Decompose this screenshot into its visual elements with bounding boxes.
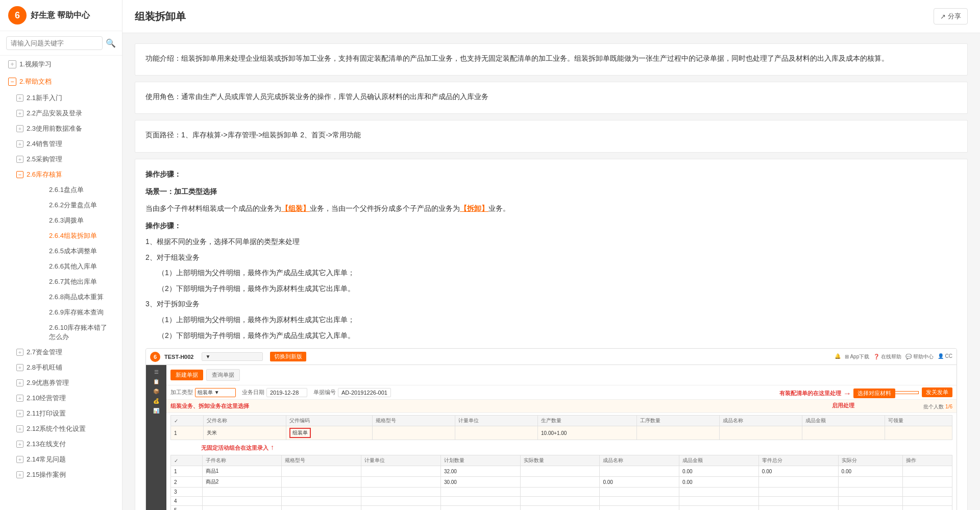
cell-aparts: 0.00 bbox=[838, 466, 902, 477]
expand-icon: + bbox=[16, 410, 23, 417]
sidebar-item-data-prep[interactable]: + 2.3使用前数据准备 bbox=[8, 121, 122, 136]
sidebar-item-transfer[interactable]: 2.6.3调拨单 bbox=[24, 213, 122, 228]
sidebar-item-operations[interactable]: + 2.10经营管理 bbox=[8, 391, 122, 406]
sidebar-item-sales[interactable]: + 2.4销售管理 bbox=[8, 136, 122, 152]
col-ops: 操作 bbox=[902, 455, 952, 466]
share-icon: ↗ bbox=[940, 13, 946, 20]
cell-proc-qty bbox=[636, 426, 719, 440]
screenshot-container: 6 TEST-H002 ▼ 切换到新版 🔔 ⊞ App下载 ❓ 在线帮助 💬 帮… bbox=[145, 348, 957, 510]
col-plan-qty: 计划数量 bbox=[440, 455, 520, 466]
sidebar-item-label: 2.14常见问题 bbox=[27, 455, 66, 464]
bom-btn[interactable]: 选择对应材料 bbox=[853, 388, 895, 398]
search-button[interactable]: 🔍 bbox=[106, 38, 116, 48]
cell-prod-qty: 10.00+1.00 bbox=[538, 426, 637, 440]
cell-spec bbox=[282, 466, 361, 477]
sidebar-item-partial-stocktake[interactable]: 2.6.2分量盘点单 bbox=[24, 198, 122, 213]
sidebar-item-label: 2.5采购管理 bbox=[27, 155, 62, 164]
sidebar-item-finance[interactable]: + 2.7资金管理 bbox=[8, 345, 122, 360]
sidebar-item-label: 2.8手机旺铺 bbox=[27, 363, 62, 372]
table-row: 1 商品1 32.00 0.00 0.0 bbox=[171, 466, 952, 477]
annotation-bom: 有装配清单的在这里处理 → 选择对应材料 bbox=[779, 388, 895, 398]
field-date-value[interactable]: 2019-12-28 bbox=[266, 388, 307, 397]
col-proc-qty: 工序数量 bbox=[636, 416, 719, 426]
nav-section: + 1.视频学习 − 2.帮助文档 + 2.1新手入门 + 2.2产品安装及登录… bbox=[0, 56, 122, 482]
app-main-content: 新建单据 查询单据 加工类型 组装单 ▼ 业务日期 bbox=[166, 365, 957, 510]
app-dropdown[interactable]: ▼ bbox=[202, 352, 263, 361]
field-type-select[interactable]: 组装单 ▼ bbox=[195, 388, 236, 397]
app-screenshot: 6 TEST-H002 ▼ 切换到新版 🔔 ⊞ App下载 ❓ 在线帮助 💬 帮… bbox=[146, 349, 957, 510]
sidebar-item-ledger-fix[interactable]: 2.6.10库存账本错了怎么办 bbox=[24, 320, 122, 345]
sidebar-item-install[interactable]: + 2.2产品安装及登录 bbox=[8, 106, 122, 121]
sidebar-item-other-in[interactable]: 2.6.6其他入库单 bbox=[24, 259, 122, 274]
cell-aparts bbox=[838, 477, 902, 488]
highlight-box: 组装单 bbox=[289, 428, 311, 438]
sidebar-item-assembly[interactable]: 2.6.4组装拆卸单 bbox=[24, 228, 122, 244]
expand-icon: + bbox=[16, 140, 23, 148]
search-input[interactable] bbox=[6, 36, 103, 50]
parent-table: ✓ 父件名称 父件编码 规格型号 计量单位 生产数量 工序数量 成品名称 bbox=[170, 415, 952, 440]
share-button[interactable]: ↗ 分享 bbox=[934, 8, 968, 25]
main-area: 组装拆卸单 ↗ 分享 功能介绍：组装拆卸单用来处理企业组装或拆卸等加工业务，支持… bbox=[122, 0, 980, 510]
sidebar-item-cost-recalc[interactable]: 2.6.8商品成本重算 bbox=[24, 289, 122, 305]
page-title: 组装拆卸单 bbox=[135, 10, 186, 23]
search-box: 🔍 bbox=[0, 31, 122, 56]
sidebar-item-video[interactable]: + 1.视频学习 bbox=[0, 56, 122, 73]
save-btn[interactable]: 发关发单 bbox=[922, 387, 952, 397]
cell-prod-name bbox=[720, 426, 802, 440]
annotation-notype-text: 无固定活动组合在这里录入 bbox=[201, 445, 268, 451]
strip-icon-1: ☰ bbox=[154, 369, 159, 375]
sidebar-item-inventory[interactable]: − 2.6库存核算 bbox=[8, 167, 122, 182]
annotation-batch-text: 启用处理 bbox=[832, 402, 854, 409]
tab-query-doc[interactable]: 查询单据 bbox=[206, 369, 240, 381]
batch-controls: 批个人数 1/6 bbox=[923, 402, 952, 410]
sidebar-item-ledger-query[interactable]: 2.6.9库存账本查询 bbox=[24, 305, 122, 320]
sidebar-item-purchase[interactable]: + 2.5采购管理 bbox=[8, 152, 122, 167]
expand-icon: + bbox=[16, 156, 23, 163]
sidebar-item-label: 2.3使用前数据准备 bbox=[27, 124, 82, 133]
sidebar-item-payment[interactable]: + 2.13在线支付 bbox=[8, 436, 122, 452]
cell-op bbox=[902, 466, 952, 477]
tab-new-doc[interactable]: 新建单据 bbox=[170, 370, 203, 380]
intro-text: 功能介绍：组装拆卸单用来处理企业组装或拆卸等加工业务，支持有固定装配清单的产品加… bbox=[145, 52, 957, 65]
col-child-name: 子件名称 bbox=[202, 455, 282, 466]
expand-icon: + bbox=[16, 94, 23, 102]
cell-actual bbox=[520, 477, 600, 488]
sidebar-item-stocktake[interactable]: 2.6.1盘点单 bbox=[24, 182, 122, 198]
col-spec: 规格型号 bbox=[372, 416, 455, 426]
sidebar-item-label: 2.7资金管理 bbox=[27, 348, 62, 357]
table-row: 2 商品2 30.00 0.00 0.00 bbox=[171, 477, 952, 488]
cell-ptotal bbox=[758, 477, 838, 488]
sidebar-item-cases[interactable]: + 2.15操作案例 bbox=[8, 467, 122, 482]
sidebar-item-mobile[interactable]: + 2.8手机旺铺 bbox=[8, 360, 122, 375]
table-row: 5 bbox=[171, 506, 952, 510]
sidebar-item-other-out[interactable]: 2.6.7其他出库单 bbox=[24, 274, 122, 289]
expand-icon: + bbox=[16, 395, 23, 402]
step-2-2: （2）下部明细为子件明细，最终作为原材料生成其它出库单。 bbox=[145, 282, 957, 296]
arrow-up-icon: ↑ bbox=[271, 443, 274, 451]
col-parent-code: 父件编码 bbox=[286, 416, 372, 426]
top-table-container: ✓ 父件名称 父件编码 规格型号 计量单位 生产数量 工序数量 成品名称 bbox=[166, 413, 957, 442]
field-date-label: 业务日期 bbox=[242, 388, 264, 396]
sidebar-item-faq[interactable]: + 2.14常见问题 bbox=[8, 452, 122, 467]
cell-plan: 30.00 bbox=[440, 477, 520, 488]
sidebar: 6 好生意 帮助中心 🔍 + 1.视频学习 − 2.帮助文档 + 2.1新手入门… bbox=[0, 0, 122, 510]
step-2-1: （1）上部明细为父件明细，最终作为产成品生成其它入库单； bbox=[145, 266, 957, 280]
sidebar-item-system[interactable]: + 2.12系统个性化设置 bbox=[8, 421, 122, 436]
col-actual-part: 实际分 bbox=[838, 455, 902, 466]
sidebar-item-print[interactable]: + 2.11打印设置 bbox=[8, 406, 122, 421]
strip-icon-5: 📊 bbox=[153, 408, 159, 414]
assembly-type-row: 组装业务、拆卸业务在这里选择 启用处理 批个人数 1/6 bbox=[166, 400, 957, 413]
cell-name: 商品1 bbox=[202, 466, 282, 477]
cell-pname bbox=[600, 466, 679, 477]
sidebar-item-cost-adjust[interactable]: 2.6.5成本调整单 bbox=[24, 244, 122, 259]
sidebar-item-label: 2.11打印设置 bbox=[27, 409, 66, 418]
app-new-btn[interactable]: 切换到新版 bbox=[270, 352, 306, 361]
app-id: TEST-H002 bbox=[164, 354, 193, 360]
table-row: 1 关米 组装单 10.00+1.00 bbox=[171, 426, 952, 440]
sidebar-item-new-user[interactable]: + 2.1新手入门 bbox=[8, 90, 122, 106]
cell-name: 商品2 bbox=[202, 477, 282, 488]
collapse-icon: − bbox=[16, 171, 23, 178]
expand-icon: + bbox=[16, 379, 23, 386]
sidebar-item-coupon[interactable]: + 2.9优惠券管理 bbox=[8, 375, 122, 391]
sidebar-item-docs[interactable]: − 2.帮助文档 bbox=[0, 73, 122, 90]
